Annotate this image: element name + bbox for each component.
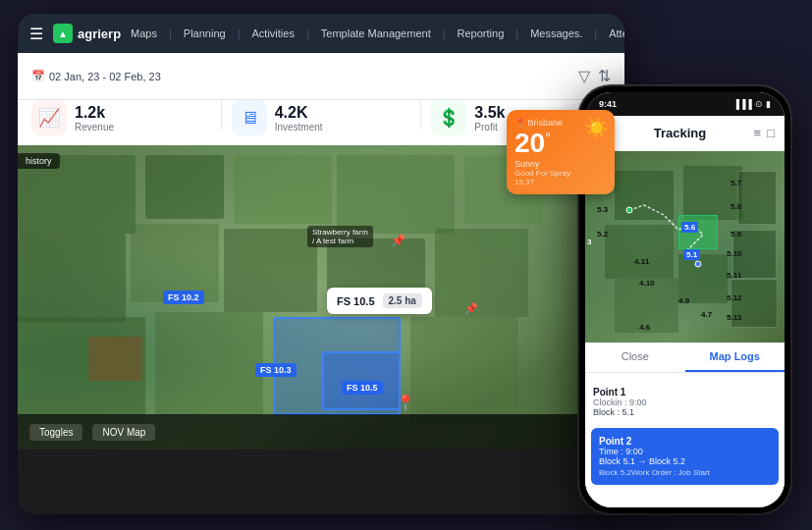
mobile-tab-bar: Close Map Logs [585, 343, 785, 373]
mobile-field-num: 5.12 [727, 293, 742, 302]
map-popup: FS 10.5 2.5 ha [327, 288, 432, 314]
mobile-field-num: 4.7 [701, 310, 712, 319]
logo-area: ▲ agrierp [53, 24, 121, 43]
mobile-field-num: 5.9 [731, 230, 741, 238]
mobile-calendar-icon[interactable]: □ [767, 126, 775, 140]
popup-area: 2.5 ha [383, 293, 422, 308]
mobile-status-bar: 9:41 ▐▐▐ ⊙ ▮ [585, 92, 785, 116]
profit-label: Profit [474, 122, 505, 132]
weather-subtitle: Good For Spray [514, 169, 607, 178]
filter-icon[interactable]: ▽ [578, 67, 590, 85]
weather-condition: Sunny [514, 159, 607, 169]
toggles-button[interactable]: Toggles [29, 424, 82, 441]
svg-point-1 [695, 261, 701, 267]
stat-revenue: 📈 1.2k Revenue [31, 100, 211, 135]
field-patch [337, 155, 455, 234]
field-patch [410, 317, 518, 425]
log-work-order-2: Block 5.2Work Order : Job Start [599, 468, 771, 477]
mobile-field-num: 3 [587, 238, 591, 246]
sub-header: 📅 02 Jan, 23 - 02 Feb, 23 ▽ ⇅ [18, 53, 624, 100]
field-patch [234, 155, 332, 224]
weather-temp: 20 [514, 130, 545, 157]
log-point-1: Point 1 [593, 387, 777, 398]
stat-investment: 🖥 4.2K Investment [232, 100, 411, 135]
mobile-field-num: 5.13 [727, 313, 742, 322]
settings-icon[interactable]: ⇅ [598, 67, 611, 85]
mobile-log-list: Point 1 Clockin : 9:00 Block : 5.1 Point… [585, 373, 785, 507]
mobile-field-highlighted-num-2: 5.6 [681, 222, 698, 233]
weather-card: ☀️ 📍 Brisbane 20 ° Sunny Good For Spray … [507, 110, 615, 194]
log-block-2: Block 5.1 → Block 5.2 [599, 456, 771, 466]
map-marker-2: 📌 [464, 302, 478, 315]
calendar-icon: 📅 [31, 70, 45, 82]
nav-menu: Maps | Planning | Activities | Template … [131, 27, 624, 39]
tab-map-logs[interactable]: Map Logs [685, 343, 785, 372]
popup-label: FS 10.5 [337, 295, 375, 307]
map-toolbar: Toggles NOV Map ∨ [18, 414, 624, 450]
signal-icon: ▐▐▐ [733, 99, 752, 109]
location-pin: 📍 [396, 394, 415, 412]
mobile-field-num: 5.3 [597, 205, 608, 214]
field-label-fs105a: FS 10.5 [342, 381, 383, 395]
log-point-2: Point 2 [599, 436, 771, 447]
logo-icon: ▲ [53, 24, 73, 43]
field-patch [18, 234, 126, 322]
profit-value: 3.5k [474, 104, 505, 122]
field-patch [435, 229, 528, 317]
mobile-time: 9:41 [599, 99, 617, 109]
mobile-field-num: 4.6 [639, 323, 650, 332]
mobile-field-num: 5.11 [727, 271, 742, 280]
mobile-bottom-panel: Close Map Logs Point 1 Clockin : 9:00 Bl… [585, 343, 785, 507]
mobile-title: Tracking [606, 126, 753, 140]
weather-unit: ° [545, 130, 551, 145]
weather-temp-low: 15.37 [514, 178, 607, 186]
tracking-path-svg [585, 151, 785, 343]
nov-map-button[interactable]: NOV Map [92, 424, 155, 441]
nav-messages[interactable]: Messages. [530, 27, 582, 39]
revenue-icon: 📈 [31, 100, 67, 135]
top-navbar: ☰ ▲ agrierp Maps | Planning | Activities… [18, 14, 624, 53]
nav-reporting[interactable]: Reporting [458, 27, 505, 39]
map-marker: 📌 [391, 234, 406, 247]
nav-activities[interactable]: Activities [252, 27, 295, 39]
profit-icon: 💲 [431, 100, 466, 135]
mobile-map[interactable]: 5.4 5.3 5.2 5.7 5.8 5.9 5.10 5.11 5.12 5… [585, 151, 785, 343]
field-label-fs103: FS 10.3 [255, 363, 297, 377]
investment-value: 4.2K [275, 104, 323, 122]
urban-patch [88, 337, 142, 381]
mobile-field-num: 5.10 [727, 249, 742, 258]
investment-icon: 🖥 [232, 100, 267, 135]
filter-icons: ▽ ⇅ [578, 67, 611, 85]
app-name: agrierp [78, 26, 121, 41]
nav-maps[interactable]: Maps [131, 27, 157, 39]
revenue-label: Revenue [75, 122, 114, 132]
battery-icon: ▮ [766, 99, 771, 109]
field-label-fs102: FS 10.2 [163, 291, 204, 304]
mobile-field-num: 5.2 [597, 230, 608, 238]
mobile-screen: 9:41 ▐▐▐ ⊙ ▮ ‹ Tracking ≡ □ [585, 92, 785, 507]
mobile-field-highlighted-num: 5.1 [683, 249, 700, 260]
tab-close[interactable]: Close [585, 343, 685, 372]
nav-attendance[interactable]: Attendance [609, 27, 624, 39]
mobile-field-num: 5.8 [731, 202, 741, 211]
mobile-menu-icon[interactable]: ≡ [754, 126, 762, 140]
sun-icon: ☀️ [584, 116, 609, 139]
mobile-field-num: 4.10 [639, 279, 655, 288]
mobile-status-icons: ▐▐▐ ⊙ ▮ [733, 99, 771, 109]
mobile-field-num: 4.11 [634, 257, 650, 266]
farm-label: Strawberry farm/ A test farm [307, 226, 373, 247]
hamburger-button[interactable]: ☰ [29, 25, 43, 43]
log-block-1: Block : 5.1 [593, 407, 777, 417]
log-item-2: Point 2 Time : 9:00 Block 5.1 → Block 5.… [591, 428, 779, 486]
investment-label: Investment [275, 122, 323, 132]
desktop-device: ☰ ▲ agrierp Maps | Planning | Activities… [18, 14, 624, 514]
mobile-header: ‹ Tracking ≡ □ [585, 116, 785, 151]
history-badge: history [18, 153, 60, 169]
nav-planning[interactable]: Planning [184, 27, 226, 39]
nav-template[interactable]: Template Management [321, 27, 431, 39]
revenue-value: 1.2k [75, 104, 114, 122]
mobile-header-actions: ≡ □ [754, 126, 775, 140]
mobile-field-num: 5.7 [731, 179, 741, 187]
log-time-2: Time : 9:00 [599, 447, 771, 456]
svg-point-0 [626, 207, 632, 213]
